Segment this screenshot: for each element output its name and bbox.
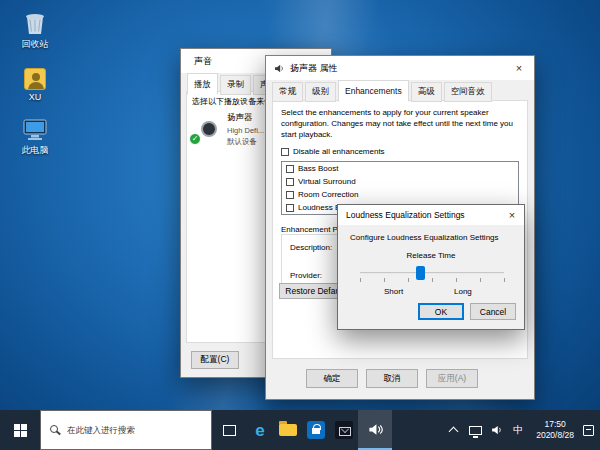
disable-all-label: Disable all enhancements — [293, 147, 385, 156]
tab-enhancements[interactable]: Enhancements — [338, 80, 409, 102]
folder-icon — [279, 424, 297, 436]
tab-levels[interactable]: 级别 — [305, 82, 336, 102]
enhancement-item-virtual-surround[interactable]: Virtual Surround — [282, 175, 518, 188]
edge-icon: e — [255, 422, 264, 439]
device-name: 扬声器 — [227, 112, 264, 124]
ok-button[interactable]: 确定 — [306, 369, 358, 388]
slider-min-label: Short — [384, 287, 403, 296]
loudness-instruction: Configure Loudness Equalization Settings — [350, 233, 516, 242]
action-center-icon[interactable] — [583, 425, 594, 436]
sound-window-title: 声音 — [194, 55, 212, 68]
enhancement-label: Virtual Surround — [298, 177, 356, 186]
system-tray: 中 17:50 2020/8/28 — [443, 410, 600, 450]
edge-button[interactable]: e — [246, 410, 274, 450]
enhancement-item-room-correction[interactable]: Room Correction — [282, 188, 518, 201]
slider-track[interactable] — [360, 272, 504, 274]
apply-button[interactable]: 应用(A) — [426, 369, 478, 388]
tab-recording[interactable]: 录制 — [220, 75, 251, 95]
loudness-settings-dialog: Loudness Equalization Settings × Configu… — [337, 204, 525, 330]
enhancement-label: Room Correction — [298, 190, 358, 199]
room-correction-checkbox[interactable] — [286, 191, 294, 199]
loudness-titlebar[interactable]: Loudness Equalization Settings × — [338, 205, 524, 225]
default-device-check-icon: ✓ — [189, 133, 201, 145]
slider-max-label: Long — [454, 287, 472, 296]
ime-indicator[interactable]: 中 — [507, 423, 529, 437]
this-pc-icon — [8, 114, 62, 142]
speaker-device-icon: ✓ — [192, 112, 222, 142]
search-icon — [50, 425, 58, 433]
desktop-icon-label: XU — [8, 92, 62, 102]
desktop-icon-label: 回收站 — [8, 38, 62, 51]
properties-tabs: 常规 级别 Enhancements 高级 空间音效 — [266, 80, 534, 102]
taskbar-search[interactable] — [40, 410, 212, 450]
provider-label: Provider: — [290, 271, 322, 280]
properties-footer: 确定 取消 应用(A) — [266, 359, 534, 399]
properties-titlebar[interactable]: 扬声器 属性 × — [266, 56, 534, 80]
taskbar-clock[interactable]: 17:50 2020/8/28 — [529, 419, 581, 442]
recycle-bin-icon — [8, 8, 62, 36]
enhancement-item-bass-boost[interactable]: Bass Boost — [282, 162, 518, 175]
volume-tray-icon[interactable] — [491, 424, 503, 436]
desktop-icon-xu[interactable]: XU — [8, 62, 62, 102]
disable-all-checkbox-row[interactable]: Disable all enhancements — [281, 147, 385, 156]
loudness-cancel-button[interactable]: Cancel — [470, 303, 516, 320]
desktop-icon-recycle-bin[interactable]: 回收站 — [8, 8, 62, 51]
clock-date: 2020/8/28 — [536, 430, 574, 441]
configure-button[interactable]: 配置(C) — [191, 351, 239, 369]
close-icon[interactable]: × — [504, 56, 534, 80]
store-button[interactable] — [302, 410, 330, 450]
start-button[interactable] — [0, 410, 40, 450]
close-icon[interactable]: × — [500, 205, 524, 225]
disable-all-checkbox[interactable] — [281, 148, 289, 156]
user-folder-icon — [8, 62, 62, 90]
properties-title: 扬声器 属性 — [290, 62, 338, 75]
active-sound-task-button[interactable] — [358, 410, 392, 450]
taskbar: e 中 17:50 202 — [0, 410, 600, 450]
virtual-surround-checkbox[interactable] — [286, 178, 294, 186]
speaker-icon — [274, 63, 285, 74]
tab-advanced[interactable]: 高级 — [411, 82, 442, 102]
tab-spatial-sound[interactable]: 空间音效 — [444, 82, 492, 102]
release-time-slider[interactable] — [360, 265, 504, 283]
windows-logo-icon — [14, 424, 27, 437]
search-input[interactable] — [41, 425, 211, 435]
tab-playback[interactable]: 播放 — [187, 73, 218, 95]
device-detail: High Defi... — [227, 126, 264, 135]
tab-general[interactable]: 常规 — [272, 82, 303, 102]
bass-boost-checkbox[interactable] — [286, 165, 294, 173]
task-view-icon — [223, 425, 236, 436]
show-hidden-icons-chevron-icon[interactable] — [449, 427, 459, 437]
speaker-icon — [368, 422, 383, 437]
loudness-title: Loudness Equalization Settings — [346, 210, 465, 220]
desktop-icon-this-pc[interactable]: 此电脑 — [8, 114, 62, 157]
desktop: 回收站 XU 此电脑 声音 播放 录制 声音 选择以下播放设备来修 — [0, 0, 600, 450]
mail-button[interactable] — [330, 410, 358, 450]
release-time-thumb[interactable] — [416, 266, 425, 280]
clock-time: 17:50 — [536, 419, 574, 430]
release-time-label: Release Time — [338, 251, 524, 260]
mail-icon — [335, 421, 353, 439]
description-label: Description: — [290, 243, 332, 252]
display-tray-icon[interactable] — [469, 426, 482, 435]
desktop-icon-label: 此电脑 — [8, 144, 62, 157]
enhancement-label: Bass Boost — [298, 164, 338, 173]
cancel-button[interactable]: 取消 — [366, 369, 418, 388]
enhancements-instruction: Select the enhancements to apply for you… — [281, 107, 519, 141]
store-icon — [307, 421, 325, 439]
file-explorer-button[interactable] — [274, 410, 302, 450]
loudness-ok-button[interactable]: OK — [418, 303, 464, 320]
device-status: 默认设备 — [227, 137, 264, 147]
loudness-equalization-checkbox[interactable] — [286, 204, 294, 212]
task-view-button[interactable] — [212, 410, 246, 450]
